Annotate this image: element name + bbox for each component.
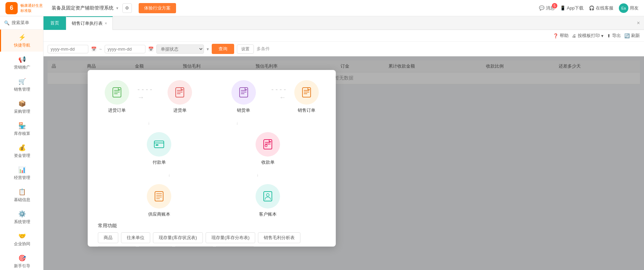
sidebar-item-inventory[interactable]: 🏪 库存核算 [0,118,43,140]
export-icon: ⬆ [607,33,611,38]
date-separator: ~ [99,47,102,52]
func-btn-receipt-stats[interactable]: 收款情况统计 [175,246,213,247]
online-service-button[interactable]: 🎧 在线客服 [589,5,613,11]
page-content: 品 商品 金额 预估毛利 预估毛利率 订金 累计收款金额 收款比例 还差多少天 [43,56,644,270]
purchase-order-icon [105,80,129,105]
sidebar-item-system[interactable]: ⚙️ 系统管理 [0,206,43,228]
flow-item-supplier-ledger: 供应商账本 [139,184,179,217]
flow-diagram: 进货订单 - - - - → 进货单 [98,80,326,217]
func-btn-product-profit[interactable]: 商品毛利分析 [98,246,136,247]
system-dropdown-icon[interactable]: ▾ [116,6,118,11]
sales-icon: 🛒 [18,78,26,85]
sidebar-item-operations[interactable]: 📊 经营管理 [0,162,43,184]
guide-icon: 🎯 [18,254,26,262]
message-badge: 5 [552,3,557,8]
purchase-bill-label: 进货单 [173,107,187,113]
sales-bill-icon [231,80,256,105]
flow-item-sales-order: 销售订单 [288,80,326,113]
status-select[interactable]: 单据状态 [156,44,204,54]
func-btn-product[interactable]: 商品 [98,232,118,243]
arrow-po-pb: - - - - → [137,86,159,108]
svg-rect-23 [155,192,163,201]
sales-order-node-icon [294,80,319,105]
calendar-icon2[interactable]: 📅 [148,47,154,52]
calendar-icon[interactable]: 📅 [91,47,97,52]
payment-label: 付款单 [153,159,166,165]
supplier-ledger-label: 供应商账本 [148,211,170,217]
export-button[interactable]: ⬆ 导出 [607,33,621,39]
tab-bar: 首页 销售订单执行表 × × [43,16,644,30]
purchase-icon: 📦 [18,100,26,107]
sidebar-item-finance[interactable]: 💰 资金管理 [0,140,43,162]
flow-item-payment: 付款单 [139,132,179,165]
sidebar-item-quick-nav[interactable]: ⚡ 快捷导航 [0,30,43,52]
user-menu-button[interactable]: Ea 用友 [619,3,639,13]
flow-item-purchase-order: 进货订单 [98,80,136,113]
func-btn-counterpart[interactable]: 往来单位 [121,232,150,243]
marketing-icon: 📢 [18,56,26,63]
message-button[interactable]: 💬 消息 5 [539,5,555,11]
modal-overlay[interactable]: 进货订单 - - - - → 进货单 [43,56,644,270]
tab-area-close-button[interactable]: × [633,20,644,26]
func-btn-payment-stats[interactable]: 付款情况统计 [216,246,254,247]
service-icon: 🎧 [589,5,594,11]
svg-point-22 [265,145,267,147]
filter-bar: 📅 ~ 📅 单据状态 ▾ 查询 设置 多条件 [43,42,644,56]
flow-row-3: 供应商账本 客户账本 [98,184,326,217]
tab-sales-order[interactable]: 销售订单执行表 × [66,16,113,30]
sales-order-node-label: 销售订单 [298,107,315,113]
logo-icon: 6 [5,2,18,14]
gear-button[interactable]: ⚙ [122,3,132,13]
tab-close-icon[interactable]: × [105,21,107,26]
svg-rect-16 [154,141,164,148]
sidebar-item-sales[interactable]: 🛒 销售管理 [0,74,43,96]
set-button[interactable]: 设置 [237,44,254,54]
sales-bill-label: 销货单 [237,107,250,113]
flow-row-2: 付款单 收款单 [98,132,326,165]
base-info-icon: 📋 [18,188,26,196]
modal-box: 进货订单 - - - - → 进货单 [88,70,336,247]
sidebar-item-marketing[interactable]: 📢 营销推广 [0,52,43,74]
func-btn-sales-ranking[interactable]: 销售排行榜 [139,246,172,247]
print-button[interactable]: 🖨 按模板打印 ▾ [572,33,604,39]
system-name: 装备及固定资产辅助管理系统 [52,5,114,11]
app-download-button[interactable]: 📱 App下载 [560,5,584,11]
tab-home[interactable]: 首页 [43,16,66,30]
func-buttons: 商品 往来单位 现存量(库存状况表) 现存量(库存分布表) 销售毛利分析表 商品… [98,232,326,247]
purchase-order-label: 进货订单 [108,107,126,113]
func-btn-profit-analysis[interactable]: 销售毛利分析表 [258,232,300,243]
avatar: Ea [619,3,628,13]
func-btn-stock-status[interactable]: 现存量(库存状况表) [153,232,203,243]
receipt-label: 收款单 [261,159,275,165]
arrow-row: ↓ ↓ [98,120,326,125]
print-dropdown-icon: ▾ [601,33,604,38]
common-functions: 常用功能 商品 往来单位 现存量(库存状况表) 现存量(库存分布表) 销售毛利分… [98,223,326,247]
refresh-button[interactable]: 🔄 刷新 [624,33,640,39]
search-menu-button[interactable]: 🔍 搜索菜单 [0,16,43,30]
sidebar-item-base-info[interactable]: 📋 基础信息 [0,184,43,206]
more-conditions-link[interactable]: 多条件 [257,46,270,52]
cooperation-icon: 🤝 [18,232,26,240]
receipt-icon [256,132,280,157]
content-area: 首页 销售订单执行表 × × ❓ 帮助 🖨 按模板打印 [43,16,644,270]
query-button[interactable]: 查询 [212,44,234,54]
search-icon: 🔍 [4,20,10,25]
trial-button[interactable]: 体验行业方案 [139,3,176,13]
message-icon: 💬 [539,5,544,11]
sidebar-item-cooperation[interactable]: 🤝 企业协同 [0,228,43,250]
quick-nav-icon: ⚡ [18,34,26,41]
sidebar-item-purchase[interactable]: 📦 采购管理 [0,96,43,118]
date-start-input[interactable] [48,45,88,53]
top-bar: 6 畅康通好生意 标准版 装备及固定资产辅助管理系统 ▾ ⚙ 体验行业方案 💬 … [0,0,644,16]
operations-icon: 📊 [18,166,26,174]
app-wrapper: 6 畅康通好生意 标准版 装备及固定资产辅助管理系统 ▾ ⚙ 体验行业方案 💬 … [0,0,644,270]
finance-icon: 💰 [18,144,26,151]
func-btn-stock-dist[interactable]: 现存量(库存分布表) [206,232,256,243]
help-button[interactable]: ❓ 帮助 [553,33,569,39]
system-title: 装备及固定资产辅助管理系统 ▾ ⚙ 体验行业方案 [52,3,176,13]
help-icon: ❓ [553,33,558,38]
sidebar-item-guide[interactable]: 🎯 新手引导 [0,250,43,270]
common-functions-title: 常用功能 [98,223,326,229]
arrow-row-2: ↓ ↓ [98,172,326,177]
date-end-input[interactable] [105,45,145,53]
